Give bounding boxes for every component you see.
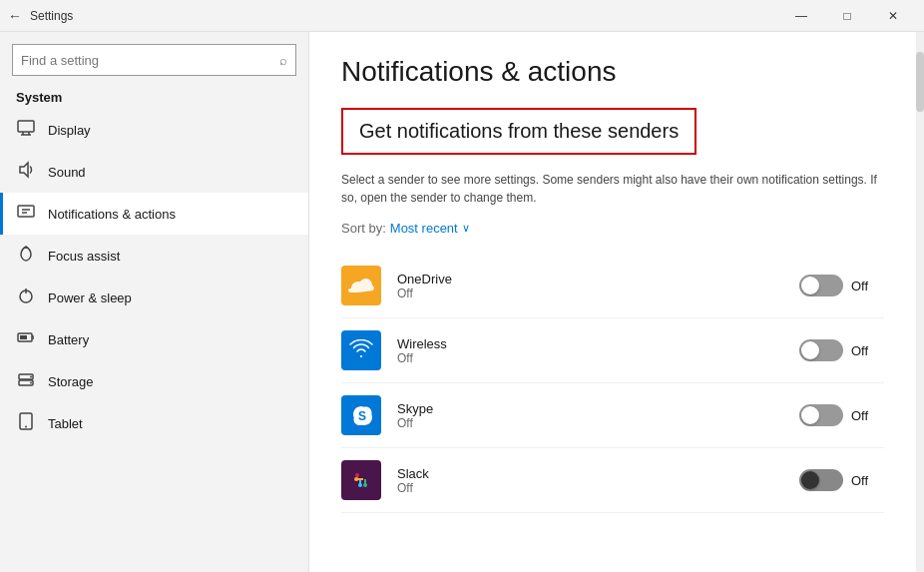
sidebar-item-sound[interactable]: Sound: [0, 151, 308, 193]
power-icon: [16, 286, 36, 308]
close-button[interactable]: ✕: [870, 0, 916, 32]
svg-point-16: [30, 376, 32, 378]
wireless-status: Off: [397, 351, 783, 365]
scrollbar-track[interactable]: [916, 32, 924, 572]
skype-toggle[interactable]: [799, 404, 843, 426]
maximize-button[interactable]: □: [824, 0, 870, 32]
title-bar-left: ← Settings: [8, 8, 73, 24]
sidebar-display-label: Display: [48, 123, 91, 138]
skype-info: Skype Off: [397, 401, 783, 430]
slack-toggle-area: Off: [799, 469, 868, 491]
sound-icon: [16, 161, 36, 183]
skype-status: Off: [397, 416, 783, 430]
sidebar: ⌕ System Display Sound Notifications & a…: [0, 32, 309, 572]
slack-toggle-knob: [801, 471, 819, 489]
search-box[interactable]: ⌕: [12, 44, 296, 76]
section-heading: Get notifications from these senders: [359, 120, 679, 143]
onedrive-toggle-knob: [801, 277, 819, 294]
app-row-skype[interactable]: S Skype Off Off: [341, 383, 884, 448]
tablet-icon: [16, 412, 36, 434]
wireless-toggle-area: Off: [799, 339, 868, 361]
battery-icon: [16, 328, 36, 350]
svg-rect-5: [18, 206, 34, 217]
sidebar-item-display[interactable]: Display: [0, 109, 308, 151]
svg-rect-0: [18, 121, 34, 132]
sort-label: Sort by:: [341, 221, 386, 236]
section-heading-box: Get notifications from these senders: [341, 108, 696, 155]
sort-chevron-icon[interactable]: ∨: [462, 222, 470, 235]
sidebar-power-label: Power & sleep: [48, 290, 132, 305]
svg-point-26: [354, 477, 358, 481]
sidebar-sound-label: Sound: [48, 165, 86, 180]
sidebar-item-notifications[interactable]: Notifications & actions: [0, 193, 308, 235]
display-icon: [16, 119, 36, 141]
sidebar-tablet-label: Tablet: [48, 416, 83, 431]
page-title: Notifications & actions: [341, 56, 884, 88]
title-bar: ← Settings — □ ✕: [0, 0, 924, 32]
skype-toggle-label: Off: [851, 408, 868, 423]
onedrive-icon: [341, 266, 381, 305]
app-list: OneDrive Off Off: [341, 254, 884, 513]
skype-icon: S: [341, 395, 381, 435]
app-row-wireless[interactable]: Wireless Off Off: [341, 318, 884, 383]
slack-toggle[interactable]: [799, 469, 843, 491]
sidebar-battery-label: Battery: [48, 332, 89, 347]
scrollbar-thumb[interactable]: [916, 52, 924, 112]
wireless-info: Wireless Off: [397, 336, 783, 365]
back-icon[interactable]: ←: [8, 8, 22, 24]
svg-point-28: [358, 483, 362, 487]
slack-info: Slack Off: [397, 466, 783, 495]
wireless-icon: [341, 330, 381, 370]
minimize-button[interactable]: —: [778, 0, 824, 32]
app-row-onedrive[interactable]: OneDrive Off Off: [341, 254, 884, 318]
svg-text:S: S: [358, 409, 366, 423]
onedrive-info: OneDrive Off: [397, 272, 783, 300]
sidebar-item-battery[interactable]: Battery: [0, 318, 308, 360]
sidebar-section-label: System: [0, 84, 308, 109]
sidebar-focus-label: Focus assist: [48, 249, 120, 264]
sidebar-item-power[interactable]: Power & sleep: [0, 277, 308, 318]
focus-icon: [16, 245, 36, 267]
slack-icon: [341, 460, 381, 500]
onedrive-toggle[interactable]: [799, 275, 843, 296]
svg-point-17: [30, 382, 32, 384]
sort-value[interactable]: Most recent: [390, 221, 458, 236]
wireless-name: Wireless: [397, 336, 783, 351]
slack-toggle-label: Off: [851, 473, 868, 488]
slack-status: Off: [397, 481, 783, 495]
svg-rect-24: [364, 479, 366, 485]
main-layout: ⌕ System Display Sound Notifications & a…: [0, 32, 924, 572]
onedrive-toggle-label: Off: [851, 279, 868, 293]
sidebar-storage-label: Storage: [48, 374, 94, 389]
app-row-slack[interactable]: Slack Off Off: [341, 448, 884, 513]
skype-name: Skype: [397, 401, 783, 416]
sidebar-item-focus[interactable]: Focus assist: [0, 235, 308, 277]
content-area: Notifications & actions Get notification…: [309, 32, 916, 572]
title-bar-title: Settings: [30, 9, 73, 23]
onedrive-name: OneDrive: [397, 272, 783, 286]
slack-name: Slack: [397, 466, 783, 481]
skype-toggle-knob: [801, 406, 819, 424]
skype-toggle-area: Off: [799, 404, 868, 426]
onedrive-status: Off: [397, 286, 783, 300]
sidebar-item-storage[interactable]: Storage: [0, 360, 308, 402]
storage-icon: [16, 370, 36, 392]
title-bar-controls: — □ ✕: [778, 0, 916, 32]
wireless-toggle-label: Off: [851, 343, 868, 358]
sort-bar: Sort by: Most recent ∨: [341, 221, 884, 236]
wireless-toggle-knob: [801, 341, 819, 359]
svg-rect-13: [20, 335, 27, 339]
wireless-toggle[interactable]: [799, 339, 843, 361]
search-icon: ⌕: [279, 53, 287, 68]
svg-point-19: [25, 426, 27, 428]
onedrive-toggle-area: Off: [799, 275, 868, 296]
notifications-icon: [16, 203, 36, 225]
sidebar-item-tablet[interactable]: Tablet: [0, 402, 308, 444]
section-description: Select a sender to see more settings. So…: [341, 171, 884, 207]
sidebar-notifications-label: Notifications & actions: [48, 207, 176, 222]
search-input[interactable]: [21, 53, 279, 68]
svg-marker-4: [20, 163, 28, 177]
